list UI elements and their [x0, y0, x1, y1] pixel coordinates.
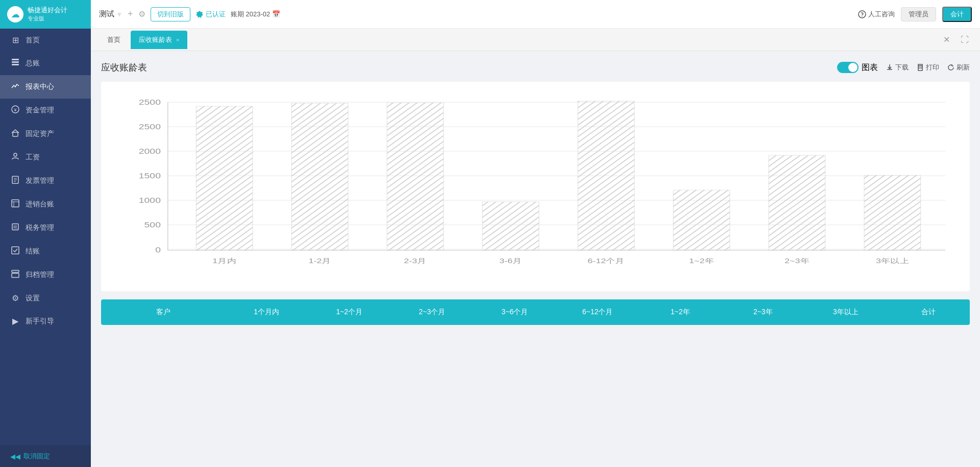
tax-icon: 税	[10, 223, 20, 233]
header-2-3y: 2~3年	[722, 299, 804, 325]
svg-text:2000: 2000	[139, 148, 161, 156]
svg-text:500: 500	[144, 221, 161, 229]
sidebar-nav: ⊞ 首页 总账 报表中心 ¥ 资金管理 固定资产	[0, 29, 91, 446]
assets-icon	[10, 129, 20, 139]
sidebar-item-archive[interactable]: 归档管理	[0, 263, 91, 287]
unpin-icon: ◀◀	[10, 453, 20, 460]
project-name: 测试 ▾	[99, 9, 121, 19]
svg-text:1-2月: 1-2月	[308, 257, 331, 264]
unpin-button[interactable]: ◀◀ 取消固定	[0, 446, 91, 467]
svg-rect-1	[12, 61, 19, 63]
sidebar-item-guide[interactable]: ▶ 新手引导	[0, 310, 91, 333]
svg-text:¥: ¥	[13, 107, 17, 112]
tab-home[interactable]: 首页	[99, 31, 129, 49]
svg-rect-17	[12, 270, 19, 272]
svg-rect-2	[12, 64, 19, 65]
settings-icon: ⚙	[10, 293, 20, 303]
sidebar-item-home[interactable]: ⊞ 首页	[0, 29, 91, 52]
main-area: 测试 ▾ + ⚙ 切到旧版 已认证 账期 2023-02 📅 人工咨询 管理员 …	[91, 0, 980, 467]
logo-text: 畅捷通好会计 专业版	[28, 6, 67, 22]
svg-rect-38	[196, 106, 253, 250]
header-2-3m: 2~3个月	[390, 299, 473, 325]
chart-area: 0 500 1000 1500 2000 2500 2500 1	[111, 92, 960, 286]
guide-icon: ▶	[10, 316, 20, 326]
svg-text:1~2年: 1~2年	[689, 257, 714, 264]
svg-rect-5	[13, 132, 18, 136]
tabbar-right: ✕ ⛶	[939, 33, 972, 47]
logo-icon: ☁	[7, 6, 23, 22]
trade-icon	[10, 199, 20, 209]
bar-chart: 0 500 1000 1500 2000 2500 2500 1	[111, 92, 960, 286]
expand-button[interactable]: ⛶	[958, 33, 972, 47]
sidebar-item-trade[interactable]: 进销台账	[0, 193, 91, 216]
svg-rect-50	[769, 155, 825, 250]
consult-button[interactable]: 人工咨询	[858, 10, 895, 19]
tab-close-icon[interactable]: ×	[176, 37, 179, 43]
settings-gear-icon[interactable]: ⚙	[138, 9, 145, 19]
payroll-icon	[10, 152, 20, 162]
ledger-icon	[10, 58, 20, 68]
svg-text:2-3月: 2-3月	[404, 257, 426, 264]
sidebar-item-assets[interactable]: 固定资产	[0, 122, 91, 146]
svg-rect-11	[12, 200, 19, 207]
svg-text:3年以上: 3年以上	[876, 257, 909, 264]
header-3y-plus: 3年以上	[804, 299, 887, 325]
chart-toggle-switch[interactable]	[837, 62, 859, 73]
header-1-2m: 1~2个月	[308, 299, 390, 325]
sidebar-item-payroll[interactable]: 工资	[0, 146, 91, 169]
sidebar-item-settings[interactable]: ⚙ 设置	[0, 287, 91, 310]
svg-text:3-6月: 3-6月	[499, 257, 522, 264]
header-6-12m: 6~12个月	[556, 299, 639, 325]
svg-rect-40	[291, 103, 348, 250]
svg-point-6	[14, 153, 17, 156]
tabbar: 首页 应收账龄表 × ✕ ⛶	[91, 29, 980, 51]
verified-badge: 已认证	[195, 10, 226, 19]
download-button[interactable]: 下载	[886, 63, 909, 72]
table-container: 客户 1个月内 1~2个月 2~3个月 3~6个月 6~12个月 1~2年 2~…	[101, 299, 970, 325]
topbar-right: 人工咨询 管理员 会计	[858, 7, 972, 22]
chart-toggle: 图表	[837, 62, 878, 73]
svg-text:6-12个月: 6-12个月	[587, 257, 625, 264]
sidebar-logo: ☁ 畅捷通好会计 专业版	[0, 0, 91, 29]
page-title: 应收账龄表	[101, 61, 147, 74]
svg-rect-44	[482, 202, 539, 250]
period-info: 账期 2023-02 📅	[231, 10, 281, 19]
switch-version-button[interactable]: 切到旧版	[151, 7, 190, 21]
svg-text:1月内: 1月内	[212, 257, 236, 264]
sidebar-item-reports[interactable]: 报表中心	[0, 75, 91, 99]
content-area: 应收账龄表 图表 下载 打印 刷新	[91, 51, 980, 467]
table-header: 客户 1个月内 1~2个月 2~3个月 3~6个月 6~12个月 1~2年 2~…	[101, 299, 970, 325]
svg-text:2~3年: 2~3年	[785, 257, 810, 264]
refresh-button[interactable]: 刷新	[947, 63, 970, 72]
archive-icon	[10, 270, 20, 280]
svg-rect-18	[12, 273, 19, 277]
add-button[interactable]: +	[128, 9, 133, 19]
svg-text:1000: 1000	[139, 197, 161, 205]
sidebar-item-invoice[interactable]: 发票管理	[0, 169, 91, 193]
page-header: 应收账龄表 图表 下载 打印 刷新	[101, 61, 970, 74]
home-icon: ⊞	[10, 35, 20, 45]
page-actions: 图表 下载 打印 刷新	[837, 62, 970, 73]
sidebar-item-funds[interactable]: ¥ 资金管理	[0, 99, 91, 122]
svg-point-20	[862, 16, 863, 17]
svg-rect-42	[387, 103, 444, 250]
close-tab-button[interactable]: ✕	[939, 33, 953, 47]
sidebar-item-ledger[interactable]: 总账	[0, 52, 91, 75]
svg-text:2500: 2500	[139, 99, 161, 107]
funds-icon: ¥	[10, 105, 20, 115]
svg-rect-46	[578, 101, 634, 250]
svg-text:2500: 2500	[139, 123, 161, 131]
tab-aging[interactable]: 应收账龄表 ×	[131, 31, 187, 49]
topbar: 测试 ▾ + ⚙ 切到旧版 已认证 账期 2023-02 📅 人工咨询 管理员 …	[91, 0, 980, 29]
sidebar-item-tax[interactable]: 税 税务管理	[0, 216, 91, 240]
calendar-icon[interactable]: 📅	[272, 10, 280, 18]
svg-text:税: 税	[13, 225, 17, 229]
sidebar-item-checkout[interactable]: 结账	[0, 240, 91, 263]
svg-point-19	[859, 11, 866, 18]
print-button[interactable]: 打印	[917, 63, 939, 72]
role-button[interactable]: 会计	[942, 7, 972, 22]
svg-text:0: 0	[155, 246, 161, 254]
chart-container: 0 500 1000 1500 2000 2500 2500 1	[101, 82, 970, 291]
admin-button[interactable]: 管理员	[901, 7, 936, 21]
svg-text:1500: 1500	[139, 172, 161, 180]
